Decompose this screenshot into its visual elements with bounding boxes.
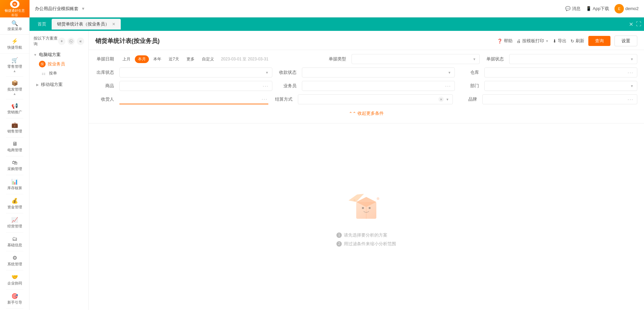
sidebar-item-8[interactable]: 📈经营管理 (6, 213, 23, 232)
app-logo[interactable]: 畅 畅捷通好生意 标版 (0, 0, 30, 17)
receiver-label: 收货人 (95, 96, 114, 102)
sidebar-item-label-9: 基础信息 (7, 243, 22, 248)
date-btn-custom[interactable]: 自定义 (199, 55, 217, 63)
desktop-section-label: 电脑端方案 (39, 52, 61, 58)
warehouse-dots-icon[interactable]: ··· (628, 70, 634, 75)
staff-dots-icon[interactable]: ··· (445, 83, 451, 89)
user-menu[interactable]: E demo2 (614, 4, 639, 13)
tab-home-label: 首页 (38, 21, 46, 27)
edit-scheme-button[interactable]: ✎ (67, 38, 75, 45)
date-filter-buttons: 上月 本月 本年 近7天 更多 自定义 2023-03-01 至 2023-03… (119, 55, 268, 63)
sidebar-item-label-7: 资金管理 (7, 205, 22, 210)
topbar: 办公用品行业模拟账套 ▼ 💬 消息 📱 App下载 E demo2 (30, 0, 644, 17)
sidebar-item-10[interactable]: ⚙系统管理 (6, 251, 23, 270)
right-panel: 销货单统计表(按业务员) ❓ 帮助 🖨 按模板打印 ▼ ⬇ 导出 (89, 31, 644, 310)
sidebar-item-3[interactable]: 💼销售管理 (6, 118, 23, 138)
message-label: 消息 (572, 6, 581, 12)
scheme-by-order[interactable]: ⚏ 按单 (30, 69, 88, 78)
receiver-input[interactable]: ··· (119, 94, 268, 104)
refresh-button[interactable]: ↻ 刷新 (571, 38, 584, 44)
brand-label: 品牌 (458, 96, 477, 102)
quick-nav-label: 快捷导航 (7, 45, 22, 50)
tabbar: 首页 销货单统计表（按业务员） ✕ ✕ ⛶ (30, 17, 644, 31)
stock-status-input[interactable]: ▼ (119, 67, 272, 78)
tab-close-window[interactable]: ✕ (629, 21, 633, 28)
doc-type-input[interactable]: ▼ (352, 54, 480, 64)
print-dropdown-icon[interactable]: ▼ (545, 39, 549, 43)
tab-home[interactable]: 首页 (32, 19, 52, 30)
brand-dots-icon[interactable]: ··· (628, 97, 634, 102)
sidebar-item-label-5: 采购管理 (7, 166, 22, 171)
tab-sales-stat[interactable]: 销货单统计表（按业务员） ✕ (52, 19, 121, 30)
help-button[interactable]: ❓ 帮助 (497, 38, 513, 44)
query-button[interactable]: 查询 (588, 36, 610, 46)
search-menu[interactable]: 🔍 搜索菜单 (0, 17, 29, 35)
date-btn-this-month[interactable]: 本月 (135, 55, 149, 63)
scheme-by-staff[interactable]: 按 按业务员 (30, 59, 88, 69)
left-panel-title: 按以下方案查询 (34, 36, 58, 47)
department-label: 部门 (460, 83, 479, 89)
sidebar-item-icon-4: 🖥 (12, 141, 17, 147)
date-btn-more[interactable]: 更多 (183, 55, 198, 63)
doc-status-arrow-icon: ▼ (630, 57, 634, 61)
sidebar-item-icon-10: ⚙ (12, 255, 17, 261)
empty-tip-1: 1 请先选择要分析的方案 (336, 231, 396, 240)
department-arrow-icon: ▼ (630, 84, 634, 88)
message-button[interactable]: 💬 消息 (565, 6, 581, 12)
sidebar-item-13[interactable]: 📱应用中心 (6, 309, 23, 310)
topbar-dropdown-icon[interactable]: ▼ (81, 6, 85, 11)
sidebar-item-6[interactable]: 📊库存核算 (6, 175, 23, 194)
sidebar-item-icon-0: 🛒 (11, 57, 18, 63)
warehouse-input[interactable]: ··· (484, 67, 637, 78)
tab-maximize[interactable]: ⛶ (636, 21, 641, 27)
sidebar-item-4[interactable]: 🖥电商管理 (6, 138, 23, 156)
settlement-clear-button[interactable]: ✕ (438, 97, 444, 102)
department-input[interactable]: ▼ (484, 81, 637, 91)
date-btn-last-month[interactable]: 上月 (119, 55, 133, 63)
doc-status-input[interactable]: ▼ (509, 54, 637, 64)
sidebar-item-11[interactable]: 🤝企业协同 (6, 270, 23, 290)
sidebar-item-0[interactable]: 🛒零售管理▲ (6, 54, 23, 76)
goods-dots-icon[interactable]: ··· (263, 83, 269, 89)
brand-input[interactable]: ··· (482, 94, 637, 104)
refresh-icon: ↻ (571, 39, 574, 44)
add-scheme-button[interactable]: + (58, 38, 65, 45)
mobile-section-header[interactable]: ▶ 移动端方案 (30, 80, 88, 89)
main-area: 办公用品行业模拟账套 ▼ 💬 消息 📱 App下载 E demo2 首页 (30, 0, 644, 310)
tab-close-icon[interactable]: ✕ (112, 22, 115, 27)
app-download-button[interactable]: 📱 App下载 (586, 6, 609, 12)
date-btn-this-year[interactable]: 本年 (150, 55, 164, 63)
scheme-by-order-label: 按单 (49, 70, 57, 76)
sidebar-item-9[interactable]: 🗂基础信息 (6, 232, 23, 251)
empty-illustration (346, 185, 386, 225)
filter-row-3: 商品 ··· 业务员 ··· 部门 ▼ (95, 81, 637, 91)
sidebar-item-5[interactable]: 🛍采购管理 (6, 156, 23, 175)
sidebar-item-1[interactable]: 📦批发管理▲ (6, 76, 23, 99)
settings-button[interactable]: 设置 (614, 36, 637, 46)
mobile-arrow-icon: ▶ (36, 83, 39, 87)
goods-input[interactable]: ··· (119, 81, 272, 91)
desktop-arrow-icon: ▼ (34, 53, 37, 57)
sidebar-item-label-1: 批发管理 (7, 87, 22, 92)
payment-status-input[interactable]: ▼ (302, 67, 455, 78)
quick-nav[interactable]: ⚡ 快捷导航 (0, 35, 29, 54)
settlement-input[interactable]: ✕ ▼ (298, 94, 453, 104)
desktop-section-header[interactable]: ▼ 电脑端方案 (30, 50, 88, 59)
collapse-panel-button[interactable]: « (77, 38, 84, 45)
left-panel-actions: + ✎ « (58, 38, 84, 45)
receiver-dots-icon[interactable]: ··· (262, 96, 268, 102)
settlement-label: 结算方式 (274, 96, 292, 102)
scheme-by-staff-label: 按业务员 (48, 61, 65, 67)
staff-input[interactable]: ··· (302, 81, 455, 91)
sidebar-item-12[interactable]: 🎯新手引导 (6, 290, 23, 309)
collapse-more-button[interactable]: ⌃⌃ 收起更多条件 (95, 108, 637, 119)
page-title: 销货单统计表(按业务员) (95, 37, 160, 45)
desktop-section: ▼ 电脑端方案 按 按业务员 ⚏ 按单 (30, 49, 88, 79)
payment-status-label: 收款状态 (278, 69, 297, 75)
stock-status-label: 出库状态 (95, 69, 114, 75)
export-button[interactable]: ⬇ 导出 (553, 38, 567, 44)
date-btn-7days[interactable]: 近7天 (166, 55, 182, 63)
sidebar-item-7[interactable]: 💰资金管理 (6, 194, 23, 213)
print-button[interactable]: 🖨 按模板打印 ▼ (517, 38, 549, 44)
sidebar-item-2[interactable]: 📢营销推广 (6, 99, 23, 118)
